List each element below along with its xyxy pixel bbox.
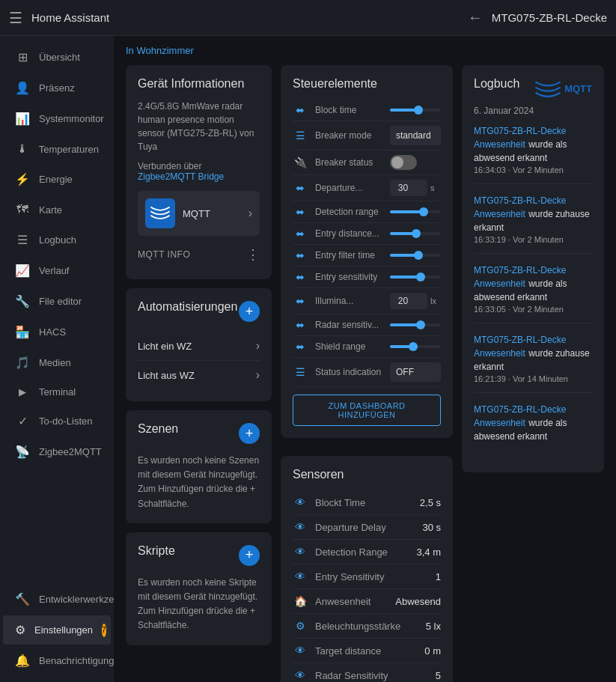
dashboard-add-button[interactable]: ZUM DASHBOARD HINZUFÜGEN — [293, 395, 441, 426]
middle-column: Steuerelemente ⬌ Block time ☰ — [281, 65, 453, 682]
ctrl-slider-entry-filter[interactable] — [390, 254, 441, 257]
todo-icon: ✓ — [15, 414, 30, 428]
ctrl-arrow9-icon: ⬌ — [293, 341, 308, 353]
geraet-card: Gerät Informationen 2.4G/5.8G MmWave rad… — [126, 65, 272, 279]
sidebar-item-hacs[interactable]: 🏪 HACS — [3, 317, 111, 347]
bell-icon: 🔔 — [15, 654, 30, 668]
eye-icon: 👁 — [293, 645, 308, 657]
ctrl-number-illuminance[interactable]: lx — [390, 293, 441, 309]
eye-icon: 👁 — [293, 669, 308, 681]
sidebar-item-einstellungen[interactable]: ⚙ Einstellungen 7 — [3, 615, 111, 645]
sidebar-item-verlauf[interactable]: 📈 Verlauf — [3, 256, 111, 285]
sensor-beleuchtung: ⚙ Beleuchtungsstärke 5 lx — [293, 614, 441, 639]
ctrl-label-status: Status indication — [315, 367, 382, 377]
breaker-mode-select[interactable]: standard — [390, 126, 441, 145]
sidebar-item-systemmonitor[interactable]: 📊 Systemmonitor — [3, 104, 111, 133]
ctrl-label-entry-filter: Entry filter time — [315, 250, 382, 261]
auto-item-licht-aus[interactable]: Licht aus WZ › — [138, 361, 260, 389]
logbuch-card: Logbuch MQTT 6. Januar — [462, 65, 604, 472]
ctrl-toggle-breaker-status[interactable] — [390, 155, 441, 170]
mqtt-more-icon[interactable]: ⋮ — [246, 246, 260, 263]
zigbee-bridge-link[interactable]: Zigbee2MQTT Bridge — [138, 171, 224, 182]
menu-icon[interactable]: ☰ — [9, 9, 22, 27]
zigbee-icon: 📡 — [15, 445, 30, 459]
sidebar: ⊞ Übersicht 👤 Präsenz 📊 Systemmonitor 🌡 … — [0, 36, 114, 682]
sidebar-item-energie[interactable]: ⚡ Energie — [3, 165, 111, 194]
ctrl-slider-radar[interactable] — [390, 323, 441, 326]
ctrl-arrow6-icon: ⬌ — [293, 271, 308, 283]
grid-icon: ⊞ — [15, 50, 30, 64]
ctrl-illuminance: ⬌ Illumina... lx — [293, 288, 441, 314]
mqtt-label: MQTT — [183, 208, 241, 219]
media-icon: 🎵 — [15, 356, 30, 370]
toggle-knob — [391, 156, 403, 168]
sidebar-item-label: Logbuch — [39, 234, 76, 246]
sensor-label: Blockt Time — [315, 497, 412, 508]
breaker-status-toggle[interactable] — [390, 155, 417, 170]
sensor-value: Abwesend — [395, 596, 441, 607]
skripte-add-button[interactable]: + — [239, 545, 260, 566]
sidebar-item-temperaturen[interactable]: 🌡 Temperaturen — [3, 135, 111, 163]
mqtt-row[interactable]: MQTT › — [138, 191, 260, 236]
sensor-label: Beleuchtungsstärke — [315, 621, 418, 632]
sensor-anwesenheit: 🏠 Anwesenheit Abwesend — [293, 589, 441, 614]
automatisierungen-add-button[interactable]: + — [239, 301, 260, 322]
steuerelemente-card: Steuerelemente ⬌ Block time ☰ — [281, 65, 453, 438]
sidebar-item-zigbee2mqtt[interactable]: 📡 Zigbee2MQTT — [3, 437, 111, 466]
topbar: ☰ Home Assistant ← MTG075-ZB-RL-Decke — [0, 0, 616, 36]
auto-label: Licht ein WZ — [138, 341, 192, 352]
sidebar-item-file-editor[interactable]: 🔧 File editor — [3, 287, 111, 316]
sensor-detection-range: 👁 Detection Range 3,4 m — [293, 540, 441, 564]
mqtt-top-logo: MQTT — [534, 79, 592, 97]
automatisierungen-title: Automatisierungen — [138, 300, 237, 314]
sidebar-item-medien[interactable]: 🎵 Medien — [3, 348, 111, 377]
sidebar-item-karte[interactable]: 🗺 Karte — [3, 195, 111, 224]
breadcrumb[interactable]: In Wohnzimmer — [126, 45, 604, 56]
ctrl-slider-entry-dist[interactable] — [390, 232, 441, 235]
log-time: 16:34:03 · Vor 2 Minuten — [474, 165, 592, 174]
ctrl-label-breaker-mode: Breaker mode — [315, 130, 382, 141]
device-name: MTG075-ZB-RL-Decke — [492, 11, 607, 24]
illuminance-number-input[interactable] — [390, 293, 427, 309]
steuerelemente-title: Steuerelemente — [293, 77, 441, 91]
status-indication-select[interactable]: OFF — [390, 362, 441, 382]
sidebar-item-label: Karte — [39, 204, 62, 216]
back-icon[interactable]: ← — [468, 9, 483, 26]
sensoren-title: Sensoren — [293, 468, 441, 481]
ctrl-select-status[interactable]: OFF — [390, 362, 441, 382]
sensor-value: 0 m — [424, 645, 441, 657]
ctrl-slider-shield[interactable] — [390, 345, 441, 348]
skripte-header: Skripte + — [138, 544, 260, 567]
home-icon: 🏠 — [293, 595, 308, 607]
sensor-label: Detection Range — [315, 546, 409, 558]
ctrl-label-block-time: Block time — [315, 105, 382, 115]
dev-icon: 🔨 — [15, 592, 30, 606]
ctrl-label-entry-dist: Entry distance... — [315, 228, 382, 239]
szenen-add-button[interactable]: + — [239, 423, 260, 444]
ctrl-slider-entry-sens[interactable] — [390, 275, 441, 278]
ctrl-arrow3-icon: ⬌ — [293, 206, 308, 218]
ctrl-number-departure[interactable]: s — [390, 180, 441, 196]
log-entry-1: MTG075-ZB-RL-Decke Anwesenheit wurde zuh… — [474, 193, 592, 254]
right-column: Logbuch MQTT 6. Januar — [462, 65, 604, 682]
sidebar-item-entwickler[interactable]: 🔨 Entwicklerwerkzeuge — [3, 585, 111, 614]
ctrl-detection-range: ⬌ Detection range — [293, 201, 441, 223]
sidebar-item-todo[interactable]: ✓ To-do-Listen — [3, 407, 111, 436]
sidebar-item-benachrichtigungen[interactable]: 🔔 Benachrichtigungen — [3, 646, 111, 675]
ctrl-entry-sensitivity: ⬌ Entry sensitivity — [293, 267, 441, 288]
szenen-header: Szenen + — [138, 422, 260, 445]
ctrl-arrow5-icon: ⬌ — [293, 249, 308, 261]
sidebar-item-logbuch[interactable]: ☰ Logbuch — [3, 225, 111, 255]
auto-item-licht-ein[interactable]: Licht ein WZ › — [138, 332, 260, 361]
sensor-value: 1 — [436, 571, 441, 582]
sensor-departure-delay: 👁 Departure Delay 30 s — [293, 515, 441, 540]
sidebar-item-terminal[interactable]: ▶ Terminal — [3, 379, 111, 405]
ctrl-slider-block-time[interactable] — [390, 109, 441, 112]
sidebar-item-praesenz[interactable]: 👤 Präsenz — [3, 73, 111, 103]
ctrl-arrow-icon: ⬌ — [293, 104, 308, 116]
sensor-label: Radar Sensitivity — [315, 670, 428, 681]
ctrl-slider-detection[interactable] — [390, 210, 441, 213]
departure-number-input[interactable] — [390, 180, 427, 196]
sidebar-item-uebersicht[interactable]: ⊞ Übersicht — [3, 43, 111, 72]
ctrl-select-breaker-mode[interactable]: standard — [390, 126, 441, 145]
